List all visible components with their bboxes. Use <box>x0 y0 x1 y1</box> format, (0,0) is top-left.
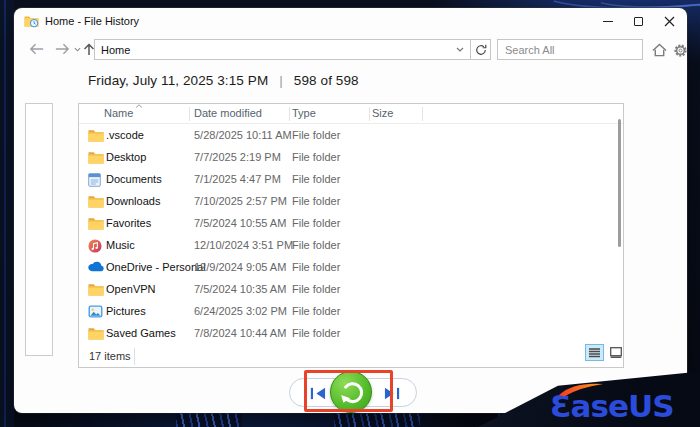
file-row[interactable]: Pictures6/24/2025 3:02 PMFile folder <box>79 301 623 323</box>
file-history-window: Home - File History <box>14 8 687 413</box>
search-input[interactable] <box>498 44 654 56</box>
file-type: File folder <box>292 217 340 229</box>
file-name: .vscode <box>106 129 144 141</box>
file-date-modified: 7/5/2024 10:35 AM <box>194 283 286 295</box>
refresh-button[interactable] <box>471 39 491 60</box>
file-name: OneDrive - Personal <box>106 261 206 273</box>
file-list-panel: Name Date modified Type Size .vscode5/28… <box>78 103 624 368</box>
minimize-button[interactable] <box>592 8 623 35</box>
home-icon[interactable] <box>652 43 667 57</box>
refresh-icon <box>475 44 487 56</box>
address-bar[interactable] <box>94 39 471 60</box>
navigation-toolbar <box>14 34 687 66</box>
file-row[interactable]: Downloads7/10/2025 2:57 PMFile folder <box>79 191 623 213</box>
documents-icon <box>88 173 104 187</box>
file-date-modified: 12/9/2024 9:05 AM <box>194 261 286 273</box>
column-header-date-modified[interactable]: Date modified <box>194 107 262 119</box>
file-date-modified: 7/7/2025 2:19 PM <box>194 151 281 163</box>
annotation-highlight-box <box>304 370 393 412</box>
close-icon <box>664 16 675 27</box>
large-icons-view-icon <box>610 347 622 358</box>
history-dropdown-icon[interactable] <box>74 47 81 52</box>
pictures-icon <box>88 305 104 319</box>
heading-divider: | <box>279 73 283 88</box>
details-view-toggle[interactable] <box>585 344 604 361</box>
file-date-modified: 5/28/2025 10:11 AM <box>194 129 292 141</box>
file-name: Documents <box>106 173 162 185</box>
file-row[interactable]: .vscode5/28/2025 10:11 AMFile folder <box>79 125 623 147</box>
file-row[interactable]: Desktop7/7/2025 2:19 PMFile folder <box>79 147 623 169</box>
logo-swoosh-icon <box>557 381 605 397</box>
file-type: File folder <box>292 261 340 273</box>
status-bar-items: 17 items <box>89 350 131 362</box>
file-type: File folder <box>292 173 340 185</box>
file-type: File folder <box>292 239 340 251</box>
file-row[interactable]: Favorites7/5/2024 10:55 AMFile folder <box>79 213 623 235</box>
sort-ascending-icon <box>135 104 143 108</box>
search-box[interactable] <box>497 39 643 60</box>
maximize-button[interactable] <box>623 8 654 35</box>
file-date-modified: 7/1/2025 4:47 PM <box>194 173 281 185</box>
file-history-icon <box>24 15 39 28</box>
folder-icon <box>88 283 104 297</box>
folder-icon <box>88 151 104 165</box>
address-input[interactable] <box>95 44 456 56</box>
file-type: File folder <box>292 195 340 207</box>
snapshot-heading: Friday, July 11, 2025 3:15 PM|598 of 598 <box>88 73 359 88</box>
file-name: Pictures <box>106 305 146 317</box>
file-type: File folder <box>292 129 340 141</box>
folder-icon <box>88 129 104 143</box>
file-type: File folder <box>292 327 340 339</box>
window-title: Home - File History <box>45 8 139 35</box>
file-name: OpenVPN <box>106 283 156 295</box>
snapshot-position: 598 of 598 <box>294 73 359 88</box>
large-icons-view-toggle[interactable] <box>606 344 625 361</box>
onedrive-icon <box>88 261 104 275</box>
file-row[interactable]: Documents7/1/2025 4:47 PMFile folder <box>79 169 623 191</box>
music-icon <box>88 239 104 253</box>
folder-icon <box>88 195 104 209</box>
column-header-name[interactable]: Name <box>104 107 133 119</box>
file-row[interactable]: OpenVPN7/5/2024 10:35 AMFile folder <box>79 279 623 301</box>
file-name: Saved Games <box>106 327 176 339</box>
close-button[interactable] <box>654 8 685 35</box>
file-rows: .vscode5/28/2025 10:11 AMFile folderDesk… <box>79 125 623 345</box>
folder-icon <box>88 217 104 231</box>
file-type: File folder <box>292 283 340 295</box>
file-date-modified: 7/8/2024 10:44 AM <box>194 327 286 339</box>
gear-icon[interactable] <box>673 43 688 58</box>
scrollbar-thumb[interactable] <box>618 119 621 247</box>
forward-icon[interactable] <box>54 43 71 55</box>
file-name: Desktop <box>106 151 146 163</box>
file-row[interactable]: Music12/10/2024 3:51 PMFile folder <box>79 235 623 257</box>
column-header-type[interactable]: Type <box>292 107 316 119</box>
file-name: Music <box>106 239 135 251</box>
column-headers: Name Date modified Type Size <box>79 104 623 124</box>
title-bar[interactable]: Home - File History <box>14 8 687 35</box>
file-type: File folder <box>292 151 340 163</box>
file-row[interactable]: Saved Games7/8/2024 10:44 AMFile folder <box>79 323 623 345</box>
file-date-modified: 12/10/2024 3:51 PM <box>194 239 293 251</box>
easeus-logo: ƐaseUS <box>550 388 673 424</box>
status-bar-separator <box>134 348 135 365</box>
file-date-modified: 7/10/2025 2:57 PM <box>194 195 287 207</box>
snapshot-datetime: Friday, July 11, 2025 3:15 PM <box>88 73 268 88</box>
previous-snapshot-page-edge <box>25 103 53 356</box>
file-date-modified: 6/24/2025 3:02 PM <box>194 305 287 317</box>
folder-icon <box>88 327 104 341</box>
file-type: File folder <box>292 305 340 317</box>
details-view-icon <box>589 348 600 358</box>
file-name: Downloads <box>106 195 160 207</box>
address-dropdown-icon[interactable] <box>456 47 464 52</box>
back-icon[interactable] <box>28 43 45 55</box>
file-row[interactable]: OneDrive - Personal12/9/2024 9:05 AMFile… <box>79 257 623 279</box>
wallpaper-streak <box>0 0 14 427</box>
file-name: Favorites <box>106 217 151 229</box>
file-date-modified: 7/5/2024 10:55 AM <box>194 217 286 229</box>
column-header-size[interactable]: Size <box>372 107 393 119</box>
desktop: Home - File History <box>0 0 700 427</box>
